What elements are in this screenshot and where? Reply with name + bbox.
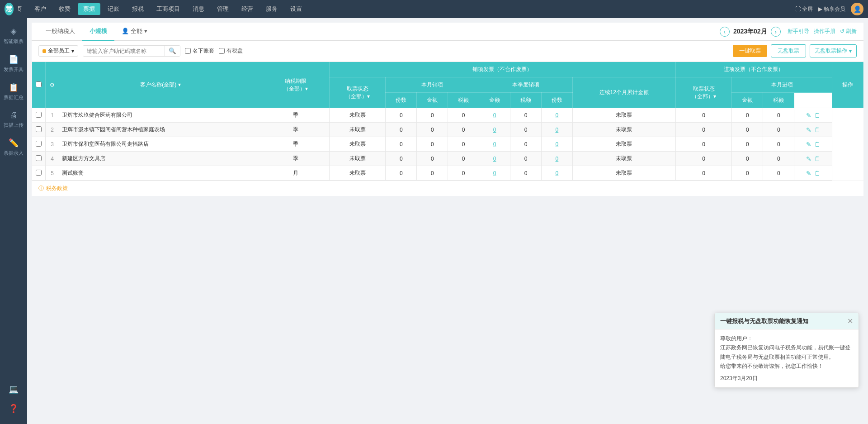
- next-month-button[interactable]: ›: [771, 27, 781, 37]
- table-row: 1 卫辉市玖玖健合医药有限公司 季 未取票 0 0 0 0 0 0 未取票 0 …: [32, 108, 863, 123]
- nav-item-manage[interactable]: 管理: [212, 3, 234, 15]
- row-tax-period-0: 季: [262, 108, 329, 123]
- detail-icon-2[interactable]: 🗒: [814, 141, 821, 148]
- nav-item-business[interactable]: 工商项目: [151, 3, 185, 15]
- tax-policy-icon: ⓘ: [38, 185, 44, 192]
- select-all-checkbox[interactable]: [36, 81, 42, 87]
- detail-icon-4[interactable]: 🗒: [814, 170, 821, 177]
- sidebar-download-icon[interactable]: 💻: [7, 381, 20, 398]
- sidebar-item-invoice-entry[interactable]: ✏️ 票据录入: [2, 134, 25, 160]
- edit-icon-1[interactable]: ✎: [806, 126, 811, 133]
- row-quarter-tax-1: 0: [510, 123, 542, 137]
- 12months-header: 连续12个月累计金额: [572, 77, 675, 108]
- no-disk-ticket-button[interactable]: 无盘取票: [771, 44, 806, 57]
- action-header: 操作: [832, 62, 863, 108]
- row-checkbox-3[interactable]: [32, 152, 46, 166]
- edit-icon-3[interactable]: ✎: [806, 155, 811, 162]
- row-tax-period-1: 季: [262, 123, 329, 137]
- nav-item-tax[interactable]: 报税: [127, 3, 149, 15]
- quarter-tax-header: 税额: [510, 93, 542, 108]
- search-input[interactable]: [83, 46, 165, 56]
- notification-close-button[interactable]: ✕: [847, 317, 853, 325]
- sidebar-item-invoice-summary[interactable]: 📋 票据汇总: [2, 79, 25, 105]
- row-action-3: ✎ 🗒: [794, 152, 832, 166]
- sidebar-item-smart-ticket[interactable]: ◈ 智能取票: [2, 23, 25, 48]
- one-key-ticket-button[interactable]: 一键取票: [733, 45, 767, 57]
- detail-icon-0[interactable]: 🗒: [814, 112, 821, 119]
- sidebar-item-invoice-open[interactable]: 📄 发票开具: [2, 51, 25, 76]
- refresh-link[interactable]: ↺ 刷新: [840, 28, 857, 35]
- detail-icon-1[interactable]: 🗒: [814, 126, 821, 133]
- nav-item-invoice[interactable]: 票据: [78, 3, 100, 15]
- vip-button[interactable]: ▶ 畅享会员: [818, 5, 845, 13]
- row-sales-shares-2: 0: [386, 137, 417, 152]
- employee-select[interactable]: 全部员工 ▾: [38, 45, 78, 57]
- row-sales-amount-0: 0: [417, 108, 448, 123]
- app-logo[interactable]: 慧: [0, 0, 18, 18]
- fullscreen-icon: ⛶: [795, 6, 801, 12]
- row-checkbox-1[interactable]: [32, 123, 46, 137]
- tab-small-scale[interactable]: 小规模: [82, 23, 114, 41]
- my-account-checkbox[interactable]: [185, 48, 191, 54]
- row-sales-status-4: 未取票: [329, 166, 386, 181]
- user-avatar[interactable]: 👤: [851, 3, 863, 15]
- nav-item-service[interactable]: 服务: [260, 3, 283, 15]
- sales-status-header[interactable]: 取票状态（全部）▾: [329, 77, 386, 108]
- row-sales-shares-3: 0: [386, 152, 417, 166]
- sidebar: ◈ 智能取票 📄 发票开具 📋 票据汇总 🖨 扫描上传 ✏️ 票据录入 💻 ❓: [0, 18, 27, 424]
- top-right-tools: ⛶ 全屏 ▶ 畅享会员 👤: [795, 3, 863, 15]
- search-button[interactable]: 🔍: [165, 46, 180, 56]
- has-tax-disk-filter[interactable]: 有税盘: [219, 47, 243, 55]
- new-guide-link[interactable]: 新手引导: [788, 28, 809, 35]
- nav-item-message[interactable]: 消息: [187, 3, 210, 15]
- nav-item-fees[interactable]: 收费: [53, 3, 76, 15]
- fullscreen-button[interactable]: ⛶ 全屏: [795, 5, 813, 13]
- has-tax-disk-checkbox[interactable]: [219, 48, 225, 54]
- row-purchase-tax-4: 0: [763, 166, 794, 181]
- purchase-status-header[interactable]: 取票状态（全部）▾: [675, 77, 732, 108]
- filter-bar: 全部员工 ▾ 🔍 名下账套 有税盘 一键取票 无盘取票 无盘取票操作 ▾: [32, 41, 863, 62]
- row-purchase-status-3: 未取票: [572, 152, 675, 166]
- sidebar-help-icon[interactable]: ❓: [7, 400, 20, 417]
- row-checkbox-0[interactable]: [32, 108, 46, 123]
- dropdown-chevron-icon: ▾: [849, 48, 852, 54]
- sidebar-item-scan-upload[interactable]: 🖨 扫描上传: [2, 107, 25, 132]
- prev-month-button[interactable]: ‹: [720, 27, 730, 37]
- this-month-purchase-header: 本月进项: [732, 77, 832, 93]
- row-quarter-tax-4: 0: [510, 166, 542, 181]
- tax-policy-link[interactable]: 税务政策: [46, 185, 68, 192]
- row-sales-amount-3: 0: [417, 152, 448, 166]
- row-action-1: ✎ 🗒: [794, 123, 832, 137]
- table-row: 3 卫辉市保和堂医药有限公司走辐路店 季 未取票 0 0 0 0 0 0 未取票…: [32, 137, 863, 152]
- manual-link[interactable]: 操作手册: [814, 28, 835, 35]
- edit-icon-2[interactable]: ✎: [806, 141, 811, 148]
- tax-period-header[interactable]: 纳税期限（全部）▾: [262, 62, 329, 108]
- row-customer-4: 测试账套: [59, 166, 262, 181]
- invoice-table: ⚙ 客户名称(全部) ▾ 纳税期限（全部）▾ 销项发票（不合作废票） 进项发票（…: [32, 62, 863, 181]
- nav-item-customer[interactable]: 客户: [29, 3, 52, 15]
- edit-icon-0[interactable]: ✎: [806, 112, 811, 119]
- invoice-open-icon: 📄: [9, 54, 19, 64]
- nav-item-settings[interactable]: 设置: [285, 3, 307, 15]
- customer-name-header[interactable]: 客户名称(全部) ▾: [59, 62, 262, 108]
- row-sales-shares-0: 0: [386, 108, 417, 123]
- nav-item-operations[interactable]: 经营: [236, 3, 259, 15]
- row-checkbox-4[interactable]: [32, 166, 46, 181]
- row-sales-amount-2: 0: [417, 137, 448, 152]
- no-disk-ops-button[interactable]: 无盘取票操作 ▾: [810, 44, 857, 57]
- row-purchase-shares-1: 0: [675, 123, 732, 137]
- row-sales-shares-4: 0: [386, 166, 417, 181]
- row-purchase-amount-2: 0: [732, 137, 763, 152]
- row-quarter-amount-2: 0: [479, 137, 510, 152]
- employee-label: 全部员工: [48, 47, 70, 55]
- my-account-filter[interactable]: 名下账套: [185, 47, 214, 55]
- employee-dot: [42, 49, 46, 53]
- nav-item-accounting[interactable]: 记账: [102, 3, 125, 15]
- tab-omnipotent[interactable]: 👤 全能 ▾: [114, 23, 155, 41]
- row-checkbox-2[interactable]: [32, 137, 46, 152]
- edit-icon-4[interactable]: ✎: [806, 170, 811, 177]
- smart-ticket-icon: ◈: [10, 26, 17, 36]
- detail-icon-3[interactable]: 🗒: [814, 155, 821, 162]
- tab-general-taxpayer[interactable]: 一般纳税人: [38, 23, 82, 41]
- purchase-amount-header: 金额: [732, 93, 763, 108]
